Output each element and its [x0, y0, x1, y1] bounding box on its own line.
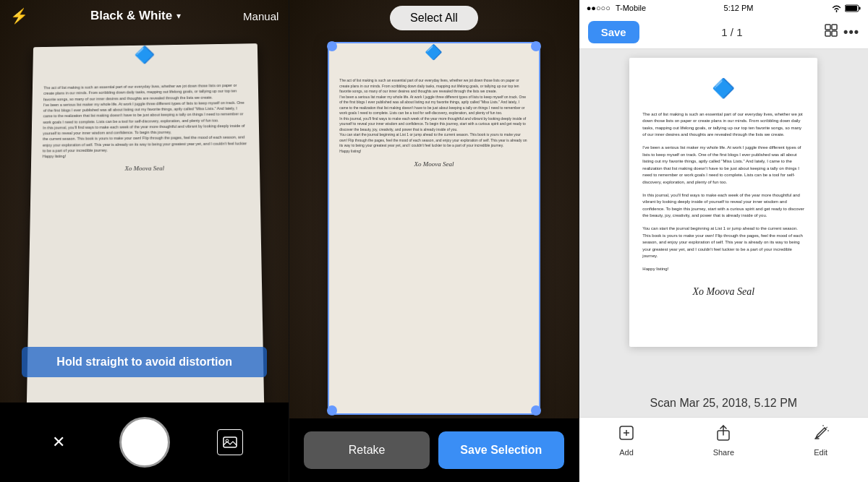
scan-content: 🔷 The act of list making is such an esse… [579, 49, 868, 417]
svg-rect-7 [825, 31, 830, 36]
save-button[interactable]: Save [588, 21, 639, 43]
selection-doc-content: The act of list making is such an essent… [329, 65, 538, 183]
corner-handle-tr[interactable] [531, 41, 541, 51]
selection-topbar: Select All [289, 0, 578, 36]
wifi-icon [831, 4, 842, 12]
action-bar: Add Share [579, 417, 868, 482]
add-icon [618, 425, 634, 444]
time-display: 5:12 PM [724, 4, 754, 12]
signal-dots: ●●○○○ [587, 4, 610, 12]
filter-title: Black & White [90, 9, 172, 23]
scanned-document: 🔷 The act of list making is such an esse… [629, 58, 817, 347]
signature: Xo Moova Seal [42, 163, 248, 174]
hint-bar: Hold straight to avoid distortion [22, 347, 267, 377]
scanned-doc-text: The act of list making is such an essent… [642, 111, 804, 273]
svg-line-17 [826, 427, 827, 428]
scan-result-panel: ●●○○○ T-Mobile 5:12 PM Save 1 / 1 [579, 0, 868, 482]
add-label: Add [619, 448, 634, 457]
selection-viewfinder: 🔷 The act of list making is such an esse… [289, 0, 578, 482]
retake-button[interactable]: Retake [304, 431, 430, 469]
flash-icon[interactable]: ⚡ [10, 7, 28, 25]
scanned-signature: Xo Moova Seal [642, 284, 804, 300]
shutter-button[interactable] [119, 417, 170, 468]
topbar: ⚡ Black & White ▾ Manual [0, 0, 289, 32]
selection-controls: Retake Save Selection [289, 418, 578, 482]
svg-rect-0 [224, 437, 237, 447]
svg-rect-3 [846, 6, 857, 11]
status-left: ●●○○○ T-Mobile [587, 4, 646, 12]
doc-icon: 🔷 [33, 43, 258, 66]
selection-signature: Xo Moova Seal [339, 160, 528, 170]
manual-label[interactable]: Manual [243, 10, 278, 22]
status-right [831, 4, 861, 12]
close-button[interactable]: ✕ [46, 429, 72, 455]
grid-icon [825, 24, 838, 37]
save-selection-button[interactable]: Save Selection [438, 431, 564, 469]
svg-line-13 [825, 428, 826, 429]
selection-document: 🔷 The act of list making is such an esse… [329, 43, 538, 413]
grid-view-button[interactable] [825, 24, 838, 40]
edit-icon [813, 425, 829, 444]
page-counter: 1 / 1 [721, 26, 742, 38]
mode-selector[interactable]: Black & White ▾ [90, 9, 181, 23]
svg-rect-8 [832, 31, 837, 36]
edit-button[interactable]: Edit [813, 425, 829, 457]
svg-rect-6 [832, 25, 837, 30]
selection-panel: 🔷 The act of list making is such an esse… [289, 0, 579, 482]
status-bar: ●●○○○ T-Mobile 5:12 PM [579, 0, 868, 16]
gallery-button[interactable] [217, 429, 243, 455]
doc-content: The act of list making is such an essent… [30, 68, 260, 188]
battery-icon [845, 4, 861, 12]
scan-topbar: Save 1 / 1 ••• [579, 16, 868, 49]
camera-controls: ✕ [0, 403, 289, 482]
add-button[interactable]: Add [618, 425, 634, 457]
edit-label: Edit [814, 448, 827, 457]
share-label: Share [713, 448, 734, 457]
more-options-button[interactable]: ••• [843, 25, 859, 40]
svg-rect-4 [859, 7, 860, 9]
scanned-doc-icon: 🔷 [642, 74, 804, 104]
selection-doc-icon: 🔷 [329, 43, 538, 61]
select-all-button[interactable]: Select All [390, 6, 478, 30]
corner-handle-br[interactable] [531, 405, 541, 416]
camera-panel: 🔷 The act of list making is such an esse… [0, 0, 289, 482]
svg-rect-5 [825, 25, 830, 30]
chevron-down-icon: ▾ [176, 11, 181, 21]
scan-date: Scan Mar 25, 2018, 5.12 PM [579, 392, 868, 414]
share-button[interactable]: Share [713, 425, 734, 457]
carrier-label: T-Mobile [616, 4, 646, 12]
share-icon [716, 425, 731, 444]
topbar-actions: ••• [825, 24, 859, 40]
